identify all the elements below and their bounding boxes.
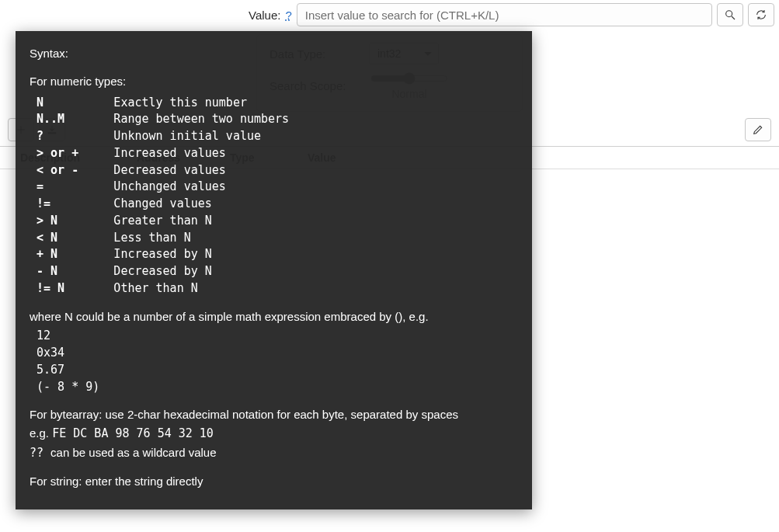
syntax-tooltip: Syntax: For numeric types: N Exactly thi… (16, 31, 532, 509)
search-button[interactable] (717, 3, 743, 26)
tooltip-examples: 12 0x34 5.67 (- 8 * 9) (30, 328, 518, 395)
search-bar: Value: ? (0, 0, 779, 31)
edit-button[interactable] (745, 118, 771, 141)
help-link[interactable]: ? (285, 9, 291, 22)
tooltip-string-header: For string: enter the string directly (30, 473, 518, 490)
search-icon (724, 9, 736, 21)
value-label: Value: (249, 9, 280, 22)
pencil-icon (752, 123, 764, 136)
tooltip-syntax-table: N Exactly this number N..M Range between… (30, 95, 518, 297)
tooltip-bytearray-header: For bytearray: use 2-char hexadecimal no… (30, 406, 518, 423)
tooltip-where: where N could be a number of a simple ma… (30, 308, 518, 325)
tooltip-title: Syntax: (30, 45, 518, 62)
tooltip-bytearray-example: e.g. FE DC BA 98 76 54 32 10 (30, 425, 518, 443)
search-input[interactable] (297, 3, 712, 26)
tooltip-bytearray-wildcard: ?? can be used as a wildcard value (30, 444, 518, 462)
svg-line-1 (732, 16, 735, 19)
tooltip-numeric-header: For numeric types: (30, 73, 518, 90)
refresh-icon (755, 9, 767, 21)
svg-point-0 (726, 11, 732, 17)
refresh-button[interactable] (748, 3, 774, 26)
